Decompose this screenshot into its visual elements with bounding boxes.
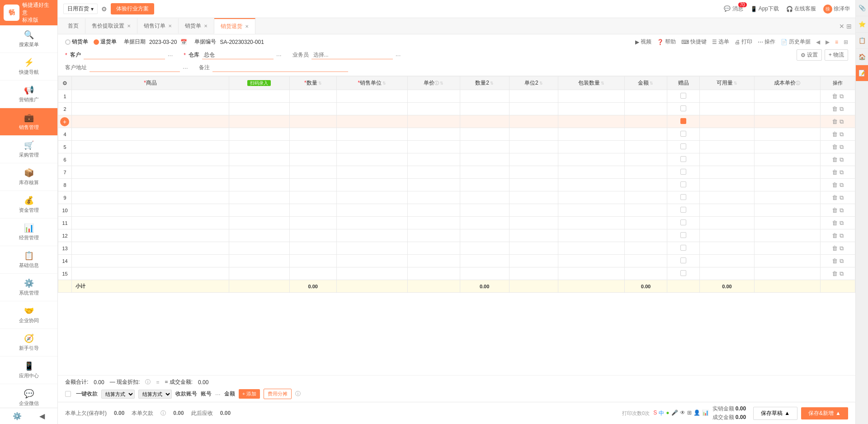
app-download[interactable]: 📱 App下载 <box>750 5 779 13</box>
action-history[interactable]: 📄历史单据 <box>781 38 811 46</box>
delete-icon[interactable]: 🗑 <box>832 105 838 113</box>
add-row-btn[interactable]: + <box>60 117 69 126</box>
scan-btn[interactable]: 扫码录入 <box>247 80 271 86</box>
warehouse-input[interactable] <box>202 51 274 59</box>
product-input-active[interactable] <box>74 119 227 125</box>
gift-checkbox[interactable] <box>680 270 686 276</box>
unit-sort-icon[interactable]: ⇅ <box>382 81 386 86</box>
pack-cell[interactable] <box>558 90 625 103</box>
unit2-cell[interactable] <box>509 115 558 128</box>
tab-sale-return[interactable]: 销货退货 ✕ <box>214 18 255 34</box>
delete-icon[interactable]: 🗑 <box>832 118 838 125</box>
tab-sale[interactable]: 销货单 ✕ <box>179 19 214 33</box>
action-print[interactable]: 🖨打印 <box>735 38 752 46</box>
radio-sale[interactable]: 销货单 <box>65 38 88 46</box>
unit-cell[interactable] <box>336 103 407 115</box>
qty2-cell[interactable] <box>460 90 509 103</box>
tab-home[interactable]: 首页 <box>61 19 85 33</box>
calc-method-select[interactable]: 结算方式 <box>138 390 172 399</box>
qty-cell[interactable] <box>289 115 336 128</box>
copy-icon[interactable]: ⧉ <box>840 143 844 151</box>
save-new-btn[interactable]: 保存&新增 ▲ <box>801 407 848 419</box>
product-cell[interactable] <box>72 103 229 115</box>
nav-prev-icon[interactable]: ◀ <box>816 39 820 45</box>
sidebar-item-finance[interactable]: 💰资金管理 <box>0 191 57 219</box>
gift-checkbox[interactable] <box>680 181 686 187</box>
fee-info-icon[interactable]: ⓘ <box>295 390 301 398</box>
copy-icon[interactable]: ⧉ <box>840 118 844 125</box>
message-icon-wrap[interactable]: 💬 70 消息 <box>724 5 743 13</box>
save-draft-btn[interactable]: 保存草稿 ▲ <box>753 407 797 420</box>
amount-sort-icon[interactable]: ⇅ <box>650 81 653 86</box>
toolbar-table-icon[interactable]: 📊 <box>702 410 709 417</box>
rp-clipboard-icon[interactable]: 📋 <box>856 33 868 49</box>
sidebar-item-enterprise[interactable]: 🤝企业协同 <box>0 301 57 329</box>
customer-addr-input[interactable] <box>90 63 180 72</box>
copy-icon[interactable]: ⧉ <box>840 270 844 277</box>
sidebar-item-system[interactable]: ⚙️系统管理 <box>0 274 57 301</box>
copy-icon[interactable]: ⧉ <box>840 131 844 138</box>
copy-icon[interactable]: ⧉ <box>840 207 844 214</box>
qty-cell[interactable] <box>289 103 336 115</box>
price-sort-icon[interactable]: ⇅ <box>440 81 443 86</box>
avail-sort-icon[interactable]: ⇅ <box>734 81 737 86</box>
sidebar-item-appcenter[interactable]: 📱应用中心 <box>0 357 57 384</box>
gift-checkbox[interactable] <box>680 207 686 213</box>
sidebar-item-operation[interactable]: 📊经营管理 <box>0 219 57 246</box>
copy-icon[interactable]: ⧉ <box>840 93 844 100</box>
sidebar-item-shortcut[interactable]: ⚡快捷导航 <box>0 53 57 81</box>
unit2-cell[interactable] <box>509 90 558 103</box>
sidebar-item-guide[interactable]: 🧭新手引导 <box>0 329 57 357</box>
pack-cell[interactable] <box>558 115 625 128</box>
gift-checkbox[interactable] <box>680 194 686 200</box>
action-select[interactable]: ☰选单 <box>712 38 729 46</box>
sidebar-item-basic[interactable]: 📋基础信息 <box>0 246 57 274</box>
unit-cell[interactable] <box>336 90 407 103</box>
tab-sale-close-icon[interactable]: ✕ <box>204 24 208 29</box>
addr-picker-icon[interactable]: ··· <box>183 64 188 71</box>
sidebar-settings-icon[interactable]: ⚙️ <box>13 412 22 420</box>
rp-attach-icon[interactable]: 📎 <box>856 0 868 16</box>
unit2-cell[interactable] <box>509 103 558 115</box>
radio-return[interactable]: 退货单 <box>94 38 117 46</box>
customer-picker-icon[interactable]: ··· <box>168 52 173 59</box>
topbar-gear-icon[interactable]: ⚙ <box>101 5 107 13</box>
qty-sort-icon[interactable]: ⇅ <box>318 81 322 86</box>
gift-checkbox[interactable] <box>680 105 686 111</box>
qty2-cell[interactable] <box>460 115 509 128</box>
copy-icon[interactable]: ⧉ <box>840 169 844 176</box>
industry-select[interactable]: 日用百货 ▾ <box>63 4 98 14</box>
delete-icon[interactable]: 🗑 <box>832 232 838 239</box>
action-shortcut[interactable]: ⌨快捷键 <box>681 38 707 46</box>
settle-method-select[interactable]: 结算方式 <box>101 390 135 399</box>
copy-icon[interactable]: ⧉ <box>840 245 844 252</box>
delete-icon[interactable]: 🗑 <box>832 245 838 252</box>
amount-cell[interactable] <box>624 90 667 103</box>
tab-price-close-icon[interactable]: ✕ <box>127 24 131 29</box>
delete-icon[interactable]: 🗑 <box>832 131 838 138</box>
toolbar-mic-icon[interactable]: 🎤 <box>671 410 678 417</box>
tab-sale-order-close-icon[interactable]: ✕ <box>168 24 172 29</box>
delete-icon[interactable]: 🗑 <box>832 194 838 201</box>
cost-info-icon[interactable]: ⓘ <box>796 81 800 86</box>
price-info-icon[interactable]: ⓘ <box>434 81 439 86</box>
btn-logistics[interactable]: + 物流 <box>825 49 848 61</box>
calendar-icon[interactable]: 📅 <box>180 39 187 45</box>
copy-icon[interactable]: ⧉ <box>840 105 844 113</box>
tab-expand-icon[interactable]: ⊞ <box>846 23 852 30</box>
copy-icon[interactable]: ⧉ <box>840 181 844 189</box>
user-info[interactable]: 徐 徐泽华 <box>823 5 850 14</box>
gift-checkbox[interactable] <box>680 169 686 175</box>
delete-icon[interactable]: 🗑 <box>832 156 838 163</box>
delete-icon[interactable]: 🗑 <box>832 257 838 265</box>
delete-icon[interactable]: 🗑 <box>832 93 838 100</box>
delete-icon[interactable]: 🗑 <box>832 219 838 227</box>
copy-icon[interactable]: ⧉ <box>840 194 844 201</box>
amount-cell[interactable] <box>624 103 667 115</box>
online-service[interactable]: 🎧 在线客服 <box>786 5 816 13</box>
action-operation[interactable]: ⋯操作 <box>758 38 775 46</box>
amount-cell[interactable] <box>624 115 667 128</box>
gift-checkbox[interactable] <box>680 131 686 137</box>
view-list-icon[interactable]: ≡ <box>835 39 838 45</box>
product-cell[interactable] <box>72 90 229 103</box>
